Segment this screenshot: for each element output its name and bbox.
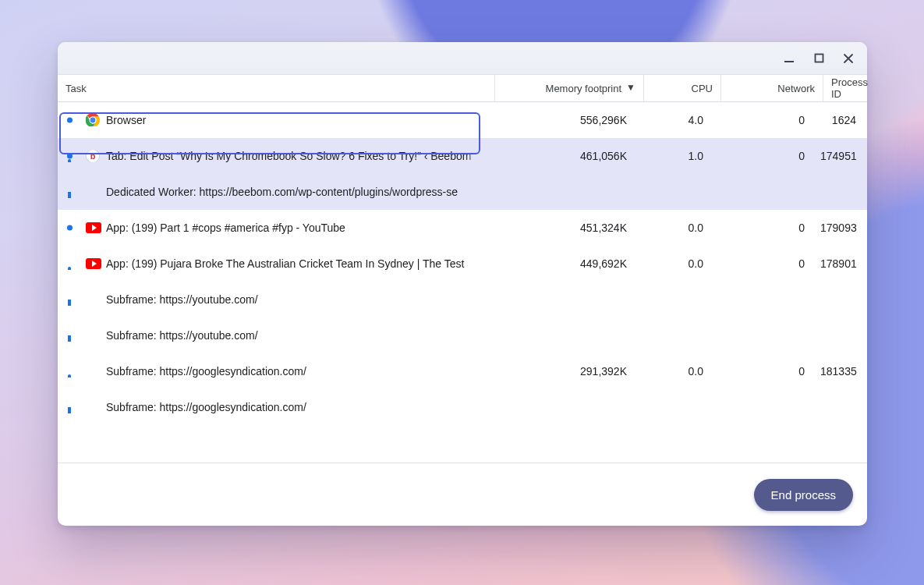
column-network[interactable]: Network	[721, 75, 823, 101]
cell-pid: 178901	[812, 257, 867, 270]
close-icon	[843, 53, 854, 64]
column-pid-label: Process ID	[831, 76, 868, 100]
beebom-favicon: b	[86, 150, 100, 162]
table-row[interactable]: Dedicated Worker: https://beebom.com/wp-…	[58, 174, 867, 210]
table-row[interactable]: Subframe: https://googlesyndication.com/	[58, 389, 867, 425]
table-row[interactable]: Subframe: https://youtube.com/	[58, 282, 867, 317]
maximize-button[interactable]	[805, 48, 833, 69]
column-header-row: Task Memory footprint ▼ CPU Network Proc…	[58, 75, 867, 102]
column-memory-label: Memory footprint	[546, 83, 622, 94]
cell-memory: 461,056K	[487, 150, 635, 162]
task-name: Dedicated Worker: https://beebom.com/wp-…	[106, 186, 479, 198]
close-button[interactable]	[834, 48, 862, 69]
table-row[interactable]: bTab: Edit Post “Why Is My Chromebook So…	[58, 138, 867, 174]
task-manager-window: Task Memory footprint ▼ CPU Network Proc…	[58, 42, 867, 526]
column-cpu-label: CPU	[692, 83, 713, 94]
youtube-icon	[86, 258, 101, 269]
group-bar-icon	[68, 192, 71, 198]
cell-network: 0	[711, 222, 812, 234]
cell-network: 0	[711, 365, 812, 378]
table-row[interactable]: App: (199) Part 1 #cops #america #fyp - …	[58, 210, 867, 246]
cell-cpu: 4.0	[635, 114, 711, 126]
svg-text:b: b	[90, 151, 96, 161]
task-name: App: (199) Pujara Broke The Australian C…	[106, 257, 479, 270]
cell-cpu: 0.0	[635, 365, 711, 378]
window-footer: End process	[58, 463, 867, 526]
activity-dot-icon	[67, 154, 73, 159]
cell-memory: 449,692K	[487, 257, 635, 270]
column-task-label: Task	[65, 83, 87, 94]
svg-rect-1	[815, 55, 823, 62]
group-bar-icon	[68, 300, 71, 306]
cell-task: Subframe: https://youtube.com/	[58, 293, 487, 306]
minimize-button[interactable]	[775, 48, 803, 69]
cell-pid: 181335	[812, 365, 867, 378]
cell-task: Browser	[58, 114, 487, 126]
cell-task: bTab: Edit Post “Why Is My Chromebook So…	[58, 150, 487, 162]
column-memory[interactable]: Memory footprint ▼	[495, 75, 644, 101]
column-process-id[interactable]: Process ID	[823, 75, 876, 101]
cell-pid: 1624	[812, 114, 867, 126]
group-bar-icon	[68, 374, 71, 378]
minimize-icon	[784, 53, 795, 64]
cell-network: 0	[711, 150, 812, 162]
cell-memory: 451,324K	[487, 222, 635, 234]
cell-cpu: 0.0	[635, 257, 711, 270]
group-bar-icon	[68, 159, 71, 162]
task-name: Browser	[106, 114, 479, 126]
youtube-icon	[86, 222, 101, 233]
group-bar-icon	[68, 407, 71, 413]
cell-task: Subframe: https://youtube.com/	[58, 329, 487, 342]
cell-task: App: (199) Pujara Broke The Australian C…	[58, 257, 487, 270]
cell-cpu: 0.0	[635, 222, 711, 234]
table-row[interactable]: App: (199) Pujara Broke The Australian C…	[58, 246, 867, 282]
column-cpu[interactable]: CPU	[644, 75, 721, 101]
task-name: Subframe: https://googlesyndication.com/	[106, 365, 479, 378]
cell-task: Subframe: https://googlesyndication.com/	[58, 401, 487, 413]
cell-memory: 291,392K	[487, 365, 635, 378]
svg-rect-0	[784, 61, 794, 62]
table-row[interactable]: Browser556,296K4.001624	[58, 102, 867, 138]
cell-network: 0	[711, 114, 812, 126]
cell-task: Subframe: https://googlesyndication.com/	[58, 365, 487, 378]
cell-memory: 556,296K	[487, 114, 635, 126]
activity-dot-icon	[67, 118, 73, 123]
activity-dot-icon	[67, 225, 73, 231]
cell-task: App: (199) Part 1 #cops #america #fyp - …	[58, 222, 487, 234]
sort-descending-icon: ▼	[626, 82, 635, 93]
svg-point-4	[90, 118, 96, 123]
cell-network: 0	[711, 257, 812, 270]
task-list[interactable]: Browser556,296K4.001624bTab: Edit Post “…	[58, 102, 867, 463]
cell-task: Dedicated Worker: https://beebom.com/wp-…	[58, 186, 487, 198]
task-name: App: (199) Part 1 #cops #america #fyp - …	[106, 222, 479, 234]
cell-pid: 174951	[812, 150, 867, 162]
group-bar-icon	[68, 267, 71, 270]
chrome-icon	[86, 114, 100, 126]
task-name: Subframe: https://youtube.com/	[106, 293, 479, 306]
table-row[interactable]: Subframe: https://googlesyndication.com/…	[58, 353, 867, 389]
task-name: Tab: Edit Post “Why Is My Chromebook So …	[106, 150, 479, 162]
cell-cpu: 1.0	[635, 150, 711, 162]
column-task[interactable]: Task	[58, 75, 495, 101]
column-network-label: Network	[777, 83, 815, 94]
table-row[interactable]: Subframe: https://youtube.com/	[58, 317, 867, 353]
window-titlebar	[58, 42, 867, 75]
maximize-icon	[814, 53, 824, 63]
cell-pid: 179093	[812, 222, 867, 234]
task-name: Subframe: https://googlesyndication.com/	[106, 401, 479, 413]
group-bar-icon	[68, 335, 71, 342]
task-name: Subframe: https://youtube.com/	[106, 329, 479, 342]
end-process-button[interactable]: End process	[754, 479, 853, 511]
